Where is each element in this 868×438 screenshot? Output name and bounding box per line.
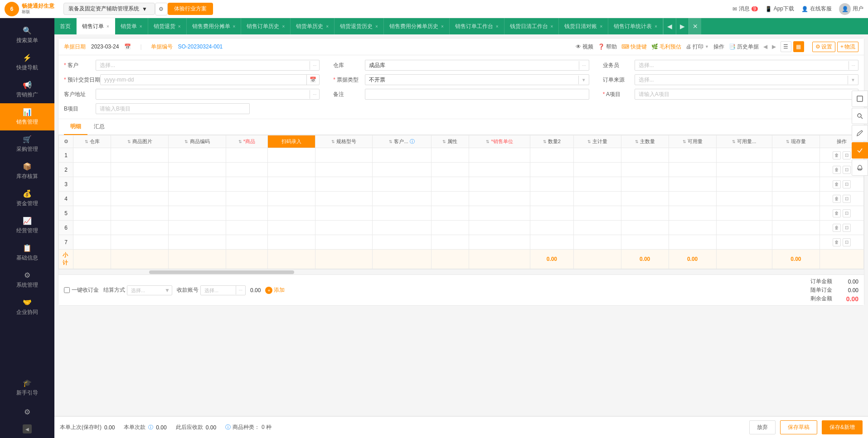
sort-icon-3[interactable]: ⇅ <box>184 140 188 144</box>
scroll-thumb[interactable] <box>149 270 294 274</box>
row-copy-btn-4[interactable]: ⊡ <box>843 195 851 203</box>
tab-sales-invoice[interactable]: 销货单 × <box>115 18 148 34</box>
row-available-4[interactable] <box>669 192 716 206</box>
row-image-1[interactable] <box>111 148 169 163</box>
row-qty2-2[interactable] <box>530 163 573 177</box>
row-spec-4[interactable] <box>315 192 373 206</box>
invoice-type-arrow-icon[interactable]: ▼ <box>578 76 589 84</box>
row-available-1[interactable] <box>669 148 716 163</box>
row-product-6[interactable] <box>226 221 267 235</box>
discard-btn[interactable]: 放弃 <box>749 420 776 434</box>
row-customer-code-1[interactable] <box>373 148 431 163</box>
row-main-qty-7[interactable] <box>621 235 669 250</box>
sort-icon-6[interactable]: ⇅ <box>389 140 393 144</box>
tab-sales-stats[interactable]: 销售订单统计表 × <box>608 18 663 34</box>
row-spec-5[interactable] <box>315 206 373 221</box>
row-warehouse-1[interactable] <box>73 148 111 163</box>
tab-reconcile[interactable]: 钱货日清对账 × <box>559 18 608 34</box>
tab-sales-fee[interactable]: 销售费用分摊单 × <box>187 18 242 34</box>
row-scan-2[interactable] <box>267 163 315 177</box>
one-click-checkbox[interactable]: 一键收订金 <box>64 286 99 294</box>
print-btn[interactable]: 🖨 打印 ▼ <box>686 43 709 51</box>
tab-invoice-history[interactable]: 销货单历史 × <box>291 18 335 34</box>
note-input[interactable] <box>365 89 589 100</box>
row-available-3[interactable] <box>669 177 716 192</box>
row-attr-6[interactable] <box>431 221 469 235</box>
quick-btn-3[interactable] <box>852 125 868 141</box>
row-spec-3[interactable] <box>315 177 373 192</box>
sidebar-item-purchase[interactable]: 🛒 采购管理 <box>0 130 54 158</box>
user-btn[interactable]: 👤 用户 <box>839 3 863 15</box>
row-qty2-7[interactable] <box>530 235 573 250</box>
row-product-2[interactable] <box>226 163 267 177</box>
row-main-qty-6[interactable] <box>621 221 669 235</box>
sidebar-item-marketing[interactable]: 📢 营销推广 <box>0 76 54 103</box>
tab-sales-order-history-close[interactable]: × <box>282 24 285 29</box>
shortcut-link[interactable]: ⌨ 快捷键 <box>621 43 647 51</box>
row-main-unit-7[interactable] <box>573 235 621 250</box>
invoice-type-input[interactable] <box>365 75 578 85</box>
sidebar-item-guide[interactable]: 🎓 新手引导 <box>0 374 54 401</box>
row-code-2[interactable] <box>169 163 226 177</box>
row-main-qty-1[interactable] <box>621 148 669 163</box>
tab-daily-workbench-close[interactable]: × <box>551 24 553 29</box>
row-main-unit-3[interactable] <box>573 177 621 192</box>
row-stock-4[interactable] <box>772 192 820 206</box>
row-warehouse-4[interactable] <box>73 192 111 206</box>
row-qty2-5[interactable] <box>530 206 573 221</box>
tab-sales-invoice-close[interactable]: × <box>140 24 142 29</box>
row-product-1[interactable] <box>226 148 267 163</box>
sort-icon-9[interactable]: ⇅ <box>543 140 547 144</box>
sidebar-item-inventory[interactable]: 📦 库存核算 <box>0 158 54 185</box>
sort-icon-8[interactable]: ⇅ <box>486 140 490 144</box>
row-available2-5[interactable] <box>716 206 772 221</box>
row-scan-4[interactable] <box>267 192 315 206</box>
row-product-7[interactable] <box>226 235 267 250</box>
row-available2-7[interactable] <box>716 235 772 250</box>
next-record-btn[interactable]: ▶ <box>772 43 776 50</box>
sidebar-item-enterprise[interactable]: 🤝 企业协同 <box>0 294 54 321</box>
tab-workbench-close[interactable]: × <box>496 24 499 29</box>
row-unit-2[interactable] <box>469 163 530 177</box>
tab-close-all-btn[interactable]: ✕ <box>689 18 701 34</box>
row-scan-6[interactable] <box>267 221 315 235</box>
sort-icon-14[interactable]: ⇅ <box>786 140 790 144</box>
tab-next-btn[interactable]: ▶ <box>676 18 689 34</box>
row-customer-code-4[interactable] <box>373 192 431 206</box>
row-warehouse-7[interactable] <box>73 235 111 250</box>
row-customer-code-7[interactable] <box>373 235 431 250</box>
card-view-btn[interactable]: ▦ <box>793 41 804 52</box>
row-copy-btn-6[interactable]: ⊡ <box>843 224 851 232</box>
row-code-5[interactable] <box>169 206 226 221</box>
row-unit-6[interactable] <box>469 221 530 235</box>
row-attr-7[interactable] <box>431 235 469 250</box>
row-main-unit-5[interactable] <box>573 206 621 221</box>
tab-sales-stats-close[interactable]: × <box>655 24 657 29</box>
row-delete-btn-5[interactable]: 🗑 <box>833 209 841 217</box>
quick-btn-2[interactable] <box>852 108 868 124</box>
row-main-qty-2[interactable] <box>621 163 669 177</box>
profit-link[interactable]: 🌿 毛利预估 <box>651 43 681 51</box>
customer-addr-input[interactable] <box>96 89 310 99</box>
row-attr-5[interactable] <box>431 206 469 221</box>
view-link[interactable]: 👁 视频 <box>576 43 593 51</box>
row-main-unit-1[interactable] <box>573 148 621 163</box>
warehouse-dots-btn[interactable]: ··· <box>579 61 588 70</box>
addr-dots-btn[interactable]: ··· <box>310 90 319 99</box>
one-click-checkbox-input[interactable] <box>64 287 70 293</box>
row-spec-2[interactable] <box>315 163 373 177</box>
tab-sales-fee-close[interactable]: × <box>233 24 236 29</box>
row-available2-2[interactable] <box>716 163 772 177</box>
sort-icon-11[interactable]: ⇅ <box>635 140 639 144</box>
operations-link[interactable]: 操作 <box>713 43 724 51</box>
sidebar-item-operations[interactable]: 📈 经营管理 <box>0 212 54 239</box>
row-warehouse-5[interactable] <box>73 206 111 221</box>
sort-icon-2[interactable]: ⇅ <box>127 140 131 144</box>
tab-sales-return-close[interactable]: × <box>178 24 181 29</box>
save-new-btn[interactable]: 保存&新增 <box>822 420 863 434</box>
salesperson-dots-btn[interactable]: ··· <box>849 61 858 70</box>
row-unit-7[interactable] <box>469 235 530 250</box>
row-customer-code-2[interactable] <box>373 163 431 177</box>
row-customer-code-6[interactable] <box>373 221 431 235</box>
row-copy-btn-1[interactable]: ⊡ <box>843 151 851 159</box>
